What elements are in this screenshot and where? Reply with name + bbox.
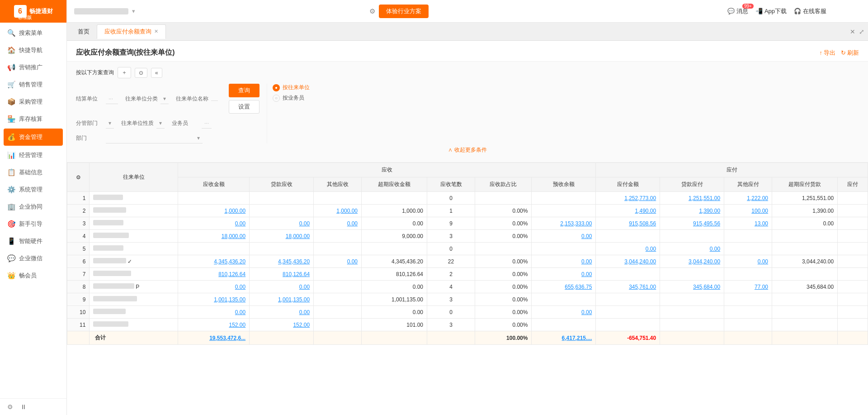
- data-cell[interactable]: 0.00: [532, 255, 596, 268]
- app-download-button[interactable]: 📲 App下载: [755, 7, 787, 15]
- data-cell[interactable]: 0.00: [250, 281, 314, 293]
- set-button[interactable]: 设置: [229, 100, 259, 114]
- settings-icon[interactable]: ⚙: [369, 7, 375, 15]
- tab-home[interactable]: 首页: [71, 24, 97, 39]
- data-cell: [724, 243, 772, 255]
- col-ar-overdue: 超期应收金额: [362, 177, 427, 192]
- sidebar-item-quick-nav[interactable]: 🏠 快捷导航: [0, 42, 66, 59]
- data-cell: [532, 319, 596, 331]
- dept-input[interactable]: ▾: [106, 133, 203, 143]
- data-cell[interactable]: 915,495.56: [660, 217, 724, 230]
- sidebar-item-guide[interactable]: 🎯 新手引导: [0, 215, 66, 233]
- total-ar-amount[interactable]: 19,553,472,6...: [178, 331, 250, 345]
- refresh-button[interactable]: ↻ 刷新: [841, 49, 859, 57]
- sidebar-item-purchase[interactable]: 📦 采购管理: [0, 93, 66, 110]
- data-cell[interactable]: 100.00: [724, 205, 772, 217]
- data-cell[interactable]: 0.00: [532, 268, 596, 281]
- data-cell[interactable]: 810,126.64: [178, 268, 250, 281]
- tab-ar-ap-query[interactable]: 应收应付余额查询 ✕: [97, 24, 166, 39]
- solution-button[interactable]: 体验行业方案: [379, 5, 429, 18]
- sidebar-item-search-menu[interactable]: 🔍 搜索菜单: [0, 24, 66, 42]
- data-table: ⚙ 往来单位 应收 应付 应收金额 贷款应收 其他应收 超期应收金额 应收笔数 …: [67, 162, 868, 345]
- sidebar-item-member[interactable]: 👑 畅会员: [0, 267, 66, 284]
- collapse-sidebar-icon[interactable]: ⏸: [20, 403, 27, 410]
- data-cell[interactable]: 2,153,333.00: [532, 217, 596, 230]
- collapse-button[interactable]: ∧ 收起更多条件: [76, 143, 859, 157]
- data-cell[interactable]: 345,761.00: [596, 281, 660, 293]
- data-cell[interactable]: 0.00: [532, 306, 596, 319]
- data-cell[interactable]: 77.00: [724, 281, 772, 293]
- data-cell[interactable]: 810,126.64: [250, 268, 314, 281]
- settlement-unit-input[interactable]: ···: [106, 94, 118, 104]
- export-button[interactable]: ↑ 导出: [820, 49, 836, 57]
- data-cell[interactable]: 4,345,436.20: [178, 255, 250, 268]
- data-cell[interactable]: 1,000.00: [178, 205, 250, 217]
- sidebar-item-sales[interactable]: 🛒 销售管理: [0, 76, 66, 93]
- sidebar-item-marketing[interactable]: 📢 营销推广: [0, 59, 66, 76]
- table-area[interactable]: ⚙ 往来单位 应收 应付 应收金额 贷款应收 其他应收 超期应收金额 应收笔数 …: [67, 162, 868, 415]
- data-cell[interactable]: 0.00: [532, 230, 596, 243]
- data-cell[interactable]: 0.00: [724, 255, 772, 268]
- sidebar-item-inventory[interactable]: 🏪 库存核算: [0, 110, 66, 128]
- sidebar-item-base-info[interactable]: 📋 基础信息: [0, 164, 66, 181]
- sidebar-item-finance[interactable]: 💰 资金管理: [4, 129, 63, 146]
- data-cell: [838, 281, 868, 293]
- data-cell[interactable]: 152.00: [178, 319, 250, 331]
- data-cell[interactable]: 1,390.00: [660, 205, 724, 217]
- dept-manager-input[interactable]: ▾: [106, 118, 114, 129]
- close-tab-icon[interactable]: ✕: [154, 29, 158, 34]
- data-cell[interactable]: 1,000.00: [314, 205, 362, 217]
- close-window-icon[interactable]: ✕: [850, 28, 855, 35]
- data-cell[interactable]: 0.00: [314, 255, 362, 268]
- data-cell[interactable]: 0.00: [596, 243, 660, 255]
- data-cell[interactable]: 1,001,135.00: [178, 293, 250, 306]
- schema-by-staff[interactable]: ○ 按业务员: [273, 94, 326, 102]
- settings-bottom-icon[interactable]: ⚙: [7, 403, 13, 410]
- query-button[interactable]: 查询: [229, 84, 259, 97]
- data-cell[interactable]: 0.00: [250, 217, 314, 230]
- data-cell[interactable]: 18,000.00: [178, 230, 250, 243]
- schema-settings-button[interactable]: ⊙: [135, 68, 147, 78]
- data-cell[interactable]: 18,000.00: [250, 230, 314, 243]
- sidebar-item-enterprise[interactable]: 🏢 企业协同: [0, 198, 66, 215]
- table-header-cols-row: 应收金额 贷款应收 其他应收 超期应收金额 应收笔数 应收款占比 预收余额 应付…: [67, 177, 868, 192]
- dropdown-arrow-icon[interactable]: ▾: [132, 8, 135, 14]
- sidebar-item-operations[interactable]: 📊 经营管理: [0, 147, 66, 164]
- data-cell[interactable]: 0.00: [178, 306, 250, 319]
- data-cell[interactable]: 3,044,240.00: [596, 255, 660, 268]
- total-ar-advance[interactable]: 6,417,215....: [532, 331, 596, 345]
- table-settings-cell[interactable]: ⚙: [67, 163, 90, 192]
- add-schema-button[interactable]: ＋: [118, 67, 131, 78]
- partner-nature-input[interactable]: ▾: [156, 118, 165, 129]
- data-cell[interactable]: 4,345,436.20: [250, 255, 314, 268]
- data-cell[interactable]: 1,252,773.00: [596, 192, 660, 205]
- data-cell[interactable]: 915,508.56: [596, 217, 660, 230]
- data-cell[interactable]: 1,222.00: [724, 192, 772, 205]
- sidebar-item-smart-hw[interactable]: 📱 智能硬件: [0, 233, 66, 250]
- data-cell[interactable]: 0.00: [660, 243, 724, 255]
- data-cell[interactable]: 152.00: [250, 319, 314, 331]
- data-cell[interactable]: 1,490.00: [596, 205, 660, 217]
- partner-category-input[interactable]: ▾: [160, 94, 169, 104]
- data-cell[interactable]: 0.00: [314, 217, 362, 230]
- data-cell[interactable]: 3,044,240.00: [660, 255, 724, 268]
- data-cell[interactable]: 0.00: [250, 306, 314, 319]
- data-cell[interactable]: 345,684.00: [660, 281, 724, 293]
- partner-name-input[interactable]: [211, 97, 218, 101]
- online-service-button[interactable]: 🎧 在线客服: [794, 7, 826, 15]
- data-cell[interactable]: 13.00: [724, 217, 772, 230]
- data-cell: 22: [427, 255, 475, 268]
- schema-by-partner[interactable]: ● 按往来单位: [273, 84, 326, 91]
- schema-collapse-button[interactable]: «: [151, 68, 162, 78]
- data-cell[interactable]: 0.00: [178, 281, 250, 293]
- data-cell[interactable]: 0.00: [178, 217, 250, 230]
- data-cell[interactable]: 655,636.75: [532, 281, 596, 293]
- sidebar-item-wechat[interactable]: 💬 企业微信: [0, 250, 66, 267]
- sidebar-item-system[interactable]: ⚙️ 系统管理: [0, 181, 66, 198]
- salesperson-input[interactable]: ···: [202, 118, 212, 129]
- row-num-cell: 4: [67, 230, 90, 243]
- maximize-window-icon[interactable]: ⤢: [859, 28, 864, 35]
- message-button[interactable]: 💬 消息 99+: [727, 7, 748, 15]
- data-cell[interactable]: 1,251,551.00: [660, 192, 724, 205]
- data-cell[interactable]: 1,001,135.00: [250, 293, 314, 306]
